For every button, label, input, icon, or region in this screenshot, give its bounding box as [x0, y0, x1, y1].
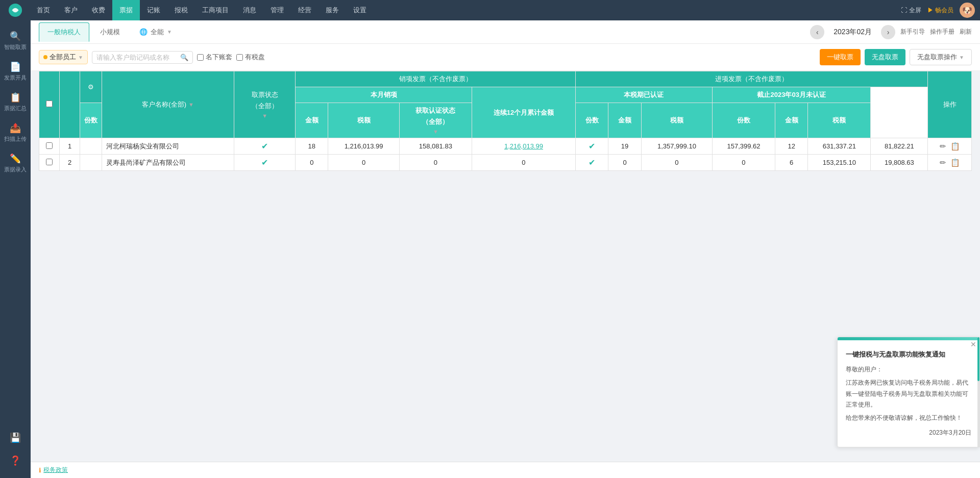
row-until-count: 6 [775, 155, 807, 171]
row-until-tax: 19,808.63 [871, 155, 928, 171]
nav-business[interactable]: 工商项目 [195, 0, 236, 20]
user-avatar[interactable]: 🐶 [960, 3, 975, 18]
popup-title: 一键报税与无盘取票功能恢复通知 [846, 348, 971, 360]
th-until-count: 份数 [713, 103, 775, 138]
next-month-btn[interactable]: › [881, 25, 895, 39]
row-checkbox[interactable] [39, 155, 60, 171]
sidebar-item-label: 发票开具 [4, 74, 27, 82]
th-period-amount: 金额 [608, 103, 641, 138]
has-tax-disk-check[interactable] [236, 54, 243, 61]
detail-icon[interactable]: 📋 [950, 158, 960, 167]
date-nav: ‹ 2023年02月 › 新手引导 操作手册 刷新 [810, 25, 972, 39]
th-until-tax: 税额 [808, 103, 871, 138]
popup-close-btn[interactable]: ✕ [970, 340, 976, 348]
search-icon[interactable]: 🔍 [180, 54, 188, 61]
row-cumulative: 1,216,013.99 [472, 138, 576, 155]
nav-tax[interactable]: 报税 [167, 0, 195, 20]
th-monthly-tax: 税额 [328, 103, 399, 138]
th-client: 客户名称(全部) ▼ [102, 71, 234, 138]
row-client: 灵寿县尚泽矿产品有限公司 [102, 155, 234, 171]
th-monthly-count: 份数 [80, 103, 102, 138]
tax-policy-link[interactable]: 税务政策 [43, 466, 68, 474]
nav-home[interactable]: 首页 [30, 0, 57, 20]
edit-icon[interactable]: ✏ [940, 142, 946, 151]
row-checkbox[interactable] [39, 138, 60, 155]
nav-right: ⛶ 全屏 ▶ 畅会员 🐶 [901, 3, 975, 18]
manual-btn[interactable]: 操作手册 [930, 28, 954, 36]
sidebar-item-invoice-open[interactable]: 📄 发票开具 [0, 56, 31, 87]
cumulative-link[interactable]: 1,216,013.99 [504, 142, 543, 150]
refresh-btn[interactable]: 刷新 [960, 28, 972, 36]
row-period-amount: 1,357,999.10 [641, 138, 712, 155]
fullscreen-btn[interactable]: ⛶ 全屏 [901, 6, 921, 15]
under-account-checkbox[interactable]: 名下账套 [197, 53, 232, 62]
row-period-count: 0 [608, 155, 641, 171]
tab-all[interactable]: 🌐 全能 ▼ [131, 22, 181, 42]
cancel-check-icon: ✔ [261, 158, 268, 167]
sidebar-bottom: 💾 ❓ [0, 427, 31, 478]
row-monthly-amount: 1,216,013.99 [328, 138, 399, 155]
popup-apology: 给您带来的不便敬请谅解，祝总工作愉快！ [846, 413, 971, 424]
search-input[interactable] [96, 54, 178, 61]
row-cancel-status: ✔ [234, 138, 296, 155]
sidebar-item-smart-ticket[interactable]: 🔍 智能取票 [0, 26, 31, 56]
employee-select[interactable]: 全部员工 ▼ [39, 50, 88, 64]
nav-settings[interactable]: 设置 [346, 0, 374, 20]
row-no: 1 [60, 138, 80, 155]
no-disk-ticket-btn[interactable]: 无盘取票 [865, 49, 905, 65]
table-row: 1 河北柯瑞杨实业有限公司 ✔ 18 1,216,013.99 158,081.… [39, 138, 972, 155]
prev-month-btn[interactable]: ‹ [810, 25, 824, 39]
row-actions: ✏ 📋 [928, 138, 972, 155]
search-box[interactable]: 🔍 [92, 51, 193, 64]
nav-service[interactable]: 服务 [318, 0, 346, 20]
th-actions: 操作 [928, 71, 972, 138]
table-container: ⚙ 客户名称(全部) ▼ 取票状态 （全部） ▼ [31, 71, 980, 179]
client-filter-icon[interactable]: ▼ [188, 102, 194, 108]
footer-bar: ℹ 税务政策 [31, 462, 980, 478]
row-until-count: 12 [775, 138, 807, 155]
tab-small-scale[interactable]: 小规模 [91, 22, 129, 42]
th-until-unconfirmed: 截止2023年03月未认证 [713, 87, 871, 103]
row-no: 2 [60, 155, 80, 171]
no-disk-operation-btn[interactable]: 无盘取票操作 ▼ [910, 49, 972, 65]
cancel-check-icon: ✔ [261, 142, 268, 150]
help-icon: ❓ [10, 455, 21, 466]
nav-operation[interactable]: 经营 [291, 0, 318, 20]
th-period-tax: 税额 [641, 103, 712, 138]
row-confirm-status: ✔ [575, 155, 608, 171]
sidebar-item-invoice-summary[interactable]: 📋 票据汇总 [0, 87, 31, 117]
has-tax-disk-checkbox[interactable]: 有税盘 [236, 53, 265, 62]
nav-fee[interactable]: 收费 [85, 0, 112, 20]
sidebar-item-save[interactable]: 💾 [0, 427, 31, 450]
tab-bar: 一般纳税人 小规模 🌐 全能 ▼ ‹ 2023年02月 › 新手引导 操作手册 … [31, 20, 980, 44]
edit-icon[interactable]: ✏ [940, 158, 946, 167]
nav-account[interactable]: 记账 [140, 0, 167, 20]
detail-icon[interactable]: 📋 [950, 142, 960, 151]
sidebar-item-label: 票据录入 [4, 166, 27, 173]
one-key-ticket-btn[interactable]: 一键取票 [820, 49, 861, 65]
sidebar-item-help[interactable]: ❓ [0, 450, 31, 473]
row-monthly-tax: 158,081.83 [399, 138, 472, 155]
nav-invoice[interactable]: 票据 [112, 0, 140, 20]
popup-scrollbar[interactable] [977, 337, 979, 447]
confirm-filter-icon[interactable]: ▼ [433, 129, 438, 135]
row-period-tax: 157,399.62 [713, 138, 775, 155]
select-all-checkbox[interactable] [46, 100, 53, 107]
nav-manage[interactable]: 管理 [263, 0, 291, 20]
new-guide-btn[interactable]: 新手引导 [900, 28, 925, 36]
row-until-amount: 153,215.10 [808, 155, 871, 171]
member-btn[interactable]: ▶ 畅会员 [927, 6, 953, 15]
smart-ticket-icon: 🔍 [10, 31, 21, 42]
th-confirm-status: 获取认证状态 （全部） ▼ [399, 103, 472, 138]
logo [5, 0, 26, 20]
cancel-filter-icon[interactable]: ▼ [262, 113, 267, 119]
notification-popup: ✕ 一键报税与无盘取票功能恢复通知 尊敬的用户： 江苏政务网已恢复访问电子税务局… [837, 337, 980, 447]
row-cancel-status: ✔ [234, 155, 296, 171]
sidebar-item-invoice-entry[interactable]: ✏️ 票据录入 [0, 148, 31, 179]
nav-client[interactable]: 客户 [57, 0, 85, 20]
sidebar-item-scan-upload[interactable]: 📤 扫描上传 [0, 117, 31, 148]
tab-general-taxpayer[interactable]: 一般纳税人 [39, 22, 89, 42]
scan-upload-icon: 📤 [10, 122, 21, 134]
under-account-check[interactable] [197, 54, 204, 61]
nav-message[interactable]: 消息 [236, 0, 263, 20]
